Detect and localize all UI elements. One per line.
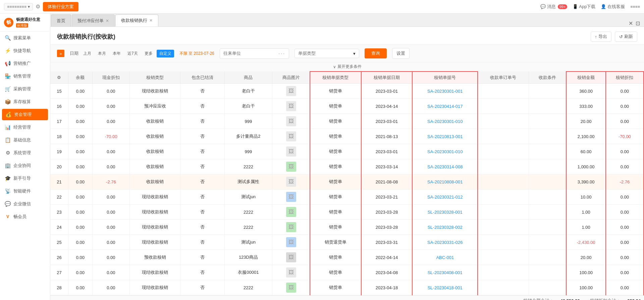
date-label: 日期 xyxy=(70,50,78,56)
footer-total-amount-label: 核销金额合计： xyxy=(523,298,554,300)
sidebar-item-sales[interactable]: 🏪 销售管理 xyxy=(0,70,50,83)
cell-write-off-type: 收款核销 xyxy=(130,174,180,189)
export-button[interactable]: ↑ 导出 xyxy=(591,32,612,42)
bill-no-link[interactable]: SL-20230328-001 xyxy=(428,210,463,215)
more-date-option[interactable]: 更多 xyxy=(142,50,155,57)
bill-no-link[interactable]: ABC-001 xyxy=(436,255,454,260)
app-download-btn[interactable]: 📱 App下载 xyxy=(573,4,595,10)
query-button[interactable]: 查询 xyxy=(365,48,387,58)
cell-bill-date: 2023-03-28 xyxy=(361,220,413,235)
cell-bill-no[interactable]: SL-20230408-001 xyxy=(412,265,478,280)
sidebar-item-system[interactable]: ⚙ 系统管理 xyxy=(0,146,50,159)
sidebar-item-inventory[interactable]: 📦 库存核算 xyxy=(0,95,50,108)
cell-bill-no[interactable]: ABC-001 xyxy=(412,250,478,265)
col-header-balance: 余额 xyxy=(68,72,92,84)
cell-bill-no[interactable]: SL-20230328-001 xyxy=(412,205,478,220)
sidebar-item-wechat[interactable]: 💬 企业微信 xyxy=(0,198,50,210)
messages-btn[interactable]: 💬 消息 99+ xyxy=(540,4,567,10)
cell-write-off-amount: 3,390.00 xyxy=(566,174,606,189)
filter-toggle-button[interactable]: » xyxy=(57,50,64,57)
col-header-product-img: 商品图片 xyxy=(272,72,310,84)
bill-no-link[interactable]: SA-20230314-008 xyxy=(427,164,463,169)
from-unit-input[interactable] xyxy=(243,51,276,56)
bill-no-link[interactable]: SL-20230408-001 xyxy=(428,270,463,275)
cell-write-off-type: 现结收款核销 xyxy=(130,84,180,99)
cell-bill-no[interactable]: SA-20210813-001 xyxy=(412,129,478,144)
cell-balance: 0.00 xyxy=(68,280,92,295)
bill-no-link[interactable]: SA-20230301-010 xyxy=(427,119,463,124)
bill-type-input[interactable] xyxy=(318,51,351,56)
bill-no-link[interactable]: SA-20210813-001 xyxy=(427,134,463,139)
close-prepay-tab-icon[interactable]: ✕ xyxy=(106,18,109,23)
company-selector[interactable]: ■■■■■■■■ ▾ xyxy=(4,3,33,10)
last-7-days-option[interactable]: 近7天 xyxy=(125,50,141,57)
tab-actions: ✕ ⊡ xyxy=(629,20,644,27)
cell-write-off-amount: 333.00 xyxy=(566,99,606,114)
table-row: 19 0.00 0.00 收款核销 否 999 🖼 销货单 2023-03-01… xyxy=(50,144,644,159)
sidebar-item-operations[interactable]: 📊 经营管理 xyxy=(0,121,50,134)
tab-prepay[interactable]: 预付冲应付单 ✕ xyxy=(72,14,115,27)
cell-bill-no[interactable]: SA-20230331-026 xyxy=(412,235,478,250)
cell-product-img: 🖼 xyxy=(272,144,310,159)
trial-button[interactable]: 体验行业方案 xyxy=(43,2,78,11)
logo-tag: 标准版 xyxy=(16,23,28,28)
sidebar-item-marketing[interactable]: 📢 营销推广 xyxy=(0,57,50,70)
cell-bill-no[interactable]: SA-20230301-010 xyxy=(412,114,478,129)
cell-bill-no[interactable]: SL-20230418-001 xyxy=(412,280,478,295)
sidebar-item-enterprise[interactable]: 🏢 企业协同 xyxy=(0,159,50,172)
top-bar-left: ■■■■■■■■ ▾ ⚙ 体验行业方案 xyxy=(4,2,538,11)
custom-date-option[interactable]: 自定义 xyxy=(157,50,174,57)
sidebar-item-newbie[interactable]: 🎓 新手引导 xyxy=(0,172,50,185)
cell-bill-no[interactable]: SA-20230414-017 xyxy=(412,99,478,114)
sidebar-item-finance[interactable]: 💰 资金管理 xyxy=(2,109,48,120)
maximize-icon[interactable]: ⊡ xyxy=(636,20,640,27)
cell-bill-date: 2023-03-21 xyxy=(361,189,413,205)
cell-bill-no[interactable]: SA-20230314-008 xyxy=(412,159,478,174)
cell-bill-no[interactable]: SA-20230301-010 xyxy=(412,144,478,159)
this-month-option[interactable]: 本月 xyxy=(95,50,109,57)
cell-bill-date: 2023-03-01 xyxy=(361,84,413,99)
sidebar-item-smart-hw[interactable]: 📡 智能硬件 xyxy=(0,185,50,198)
sidebar-item-quick-nav[interactable]: ⚡ 快捷导航 xyxy=(0,44,50,57)
close-tab-icon[interactable]: ✕ xyxy=(629,20,633,27)
cell-bill-no[interactable]: SA-20210808-001 xyxy=(412,174,478,189)
cell-product: 2222 xyxy=(224,159,272,174)
cell-write-off-amount: 1.00 xyxy=(566,205,606,220)
bill-no-link[interactable]: SA-20230301-010 xyxy=(427,149,463,154)
cell-bill-no[interactable]: SA-20230301-001 xyxy=(412,84,478,99)
sidebar-item-purchase[interactable]: 🛒 采购管理 xyxy=(0,83,50,95)
bill-no-link[interactable]: SA-20230414-017 xyxy=(427,104,463,109)
sidebar-item-search[interactable]: 🔍 搜索菜单 xyxy=(0,32,50,44)
bill-no-link[interactable]: SA-20230301-001 xyxy=(427,89,463,94)
cell-receipt-order xyxy=(478,99,529,114)
bill-no-link[interactable]: SA-20210808-001 xyxy=(427,179,463,184)
bill-no-link[interactable]: SL-20230418-001 xyxy=(428,285,463,290)
cell-bill-no[interactable]: SL-20230328-002 xyxy=(412,220,478,235)
col-header-settings[interactable]: ⚙ xyxy=(50,72,68,84)
table-row: 27 0.00 0.00 现结收款核销 否 衣服00001 🖼 销货单 2023… xyxy=(50,265,644,280)
date-range-display: 不限 至 2023-07-26 xyxy=(179,51,214,56)
sidebar-item-label: 企业微信 xyxy=(13,201,31,207)
close-collection-tab-icon[interactable]: ✕ xyxy=(149,18,153,23)
sidebar-item-basic-info[interactable]: 📋 基础信息 xyxy=(0,134,50,146)
gear-icon[interactable]: ⚙ xyxy=(36,3,40,10)
cell-write-off-discount: 0.00 xyxy=(606,99,644,114)
last-month-option[interactable]: 上月 xyxy=(80,50,94,57)
sidebar-item-member[interactable]: V 畅会员 xyxy=(0,210,50,223)
tab-collection[interactable]: 收款核销执行 ✕ xyxy=(115,14,158,27)
refresh-button[interactable]: ↺ 刷新 xyxy=(615,32,637,42)
bill-no-link[interactable]: SL-20230328-002 xyxy=(428,225,463,230)
cell-num: 18 xyxy=(50,129,68,144)
expand-bar[interactable]: ∨ 展开更多条件 xyxy=(50,62,644,71)
bill-no-link[interactable]: SA-20230331-026 xyxy=(427,240,463,245)
bill-no-link[interactable]: SA-20230321-012 xyxy=(427,195,463,200)
cell-write-off-discount: 0.00 xyxy=(606,280,644,295)
cell-bill-no[interactable]: SA-20230321-012 xyxy=(412,189,478,205)
tab-home[interactable]: 首页 xyxy=(51,14,71,27)
cell-receipt-condition xyxy=(529,174,566,189)
online-service-btn[interactable]: 👤 在线客服 xyxy=(601,4,625,10)
cell-receipt-order xyxy=(478,265,529,280)
prepay-tab-label: 预付冲应付单 xyxy=(77,18,104,24)
settings-button[interactable]: 设置 xyxy=(392,48,410,59)
this-year-option[interactable]: 本年 xyxy=(110,50,123,57)
